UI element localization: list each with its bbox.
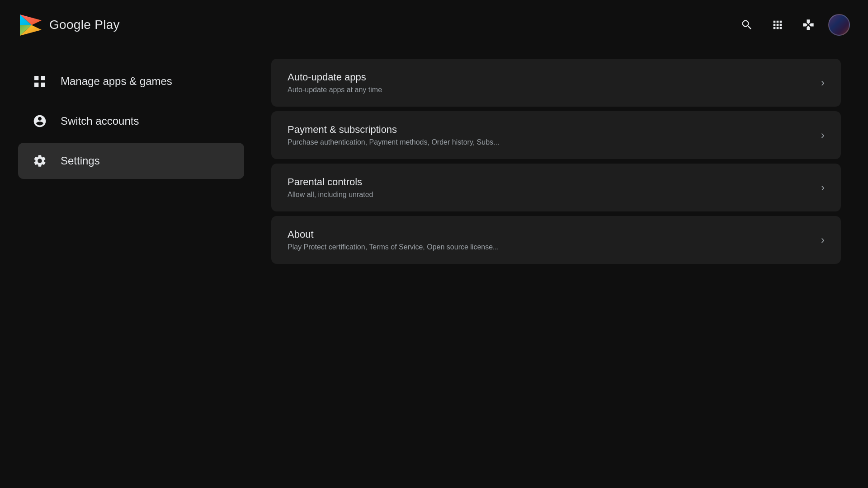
chevron-right-icon: › [821, 76, 825, 89]
settings-icon [32, 153, 48, 169]
about-subtitle: Play Protect certification, Terms of Ser… [288, 243, 499, 251]
logo-area: Google Play [18, 13, 120, 38]
chevron-right-icon: › [821, 129, 825, 141]
google-play-logo [18, 13, 43, 38]
parental-controls-subtitle: Allow all, including unrated [288, 191, 373, 199]
settings-about[interactable]: About Play Protect certification, Terms … [271, 216, 841, 264]
avatar[interactable] [828, 14, 850, 36]
auto-update-text: Auto-update apps Auto-update apps at any… [288, 71, 382, 94]
settings-auto-update[interactable]: Auto-update apps Auto-update apps at any… [271, 59, 841, 107]
sidebar-settings-label: Settings [61, 155, 100, 167]
about-text: About Play Protect certification, Terms … [288, 229, 499, 251]
chevron-right-icon: › [821, 181, 825, 194]
grid-icon [32, 73, 48, 89]
sidebar-manage-apps-label: Manage apps & games [61, 75, 172, 88]
sidebar: Manage apps & games Switch accounts Sett… [0, 50, 262, 488]
auto-update-title: Auto-update apps [288, 71, 382, 83]
search-button[interactable] [736, 14, 758, 36]
parental-controls-text: Parental controls Allow all, including u… [288, 176, 373, 199]
payment-subtitle: Purchase authentication, Payment methods… [288, 138, 499, 146]
settings-payment[interactable]: Payment & subscriptions Purchase authent… [271, 111, 841, 159]
settings-content: Auto-update apps Auto-update apps at any… [262, 50, 868, 488]
settings-parental-controls[interactable]: Parental controls Allow all, including u… [271, 164, 841, 211]
auto-update-subtitle: Auto-update apps at any time [288, 86, 382, 94]
chevron-right-icon: › [821, 234, 825, 246]
header: Google Play [0, 0, 868, 50]
gaming-button[interactable] [797, 14, 819, 36]
main-content: Manage apps & games Switch accounts Sett… [0, 50, 868, 488]
logo-text: Google Play [49, 18, 120, 32]
payment-title: Payment & subscriptions [288, 124, 499, 136]
sidebar-item-manage-apps[interactable]: Manage apps & games [18, 63, 244, 99]
sidebar-item-switch-accounts[interactable]: Switch accounts [18, 103, 244, 139]
about-title: About [288, 229, 499, 240]
sidebar-item-settings[interactable]: Settings [18, 143, 244, 179]
header-actions [736, 14, 850, 36]
account-circle-icon [32, 113, 48, 129]
sidebar-switch-accounts-label: Switch accounts [61, 115, 139, 127]
payment-text: Payment & subscriptions Purchase authent… [288, 124, 499, 146]
apps-button[interactable] [767, 14, 788, 36]
parental-controls-title: Parental controls [288, 176, 373, 188]
